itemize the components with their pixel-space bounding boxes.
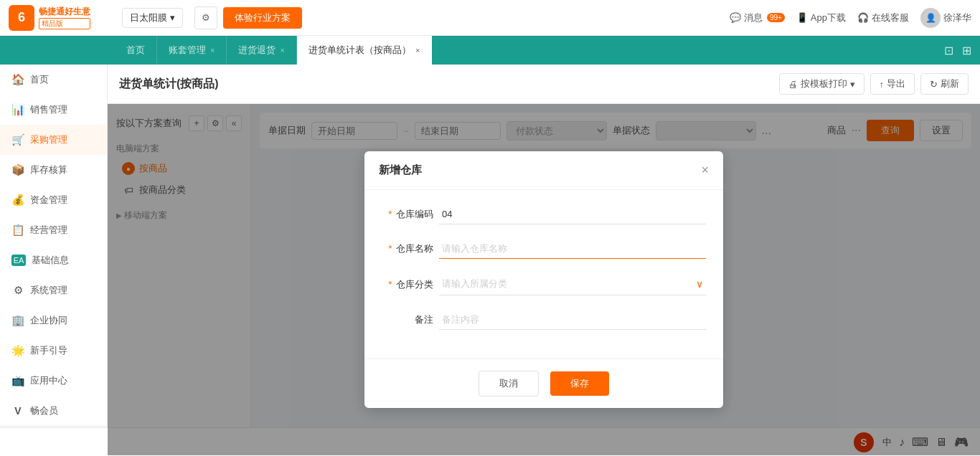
warehouse-remark-label: 备注 — [382, 313, 439, 326]
top-actions: ⚙ 体验行业方案 — [194, 6, 302, 29]
store-label: 日太阳膜 — [130, 11, 167, 24]
tab-bar: 首页 账套管理 × 进货退货 × 进货单统计表（按商品） × ⊡ ⊞ — [0, 36, 980, 65]
home-icon: 🏠 — [11, 73, 24, 86]
warehouse-name-label: * 仓库名称 — [382, 242, 439, 255]
settings-button[interactable]: ⚙ — [194, 6, 217, 29]
headset-icon: 🎧 — [857, 12, 869, 23]
warehouse-code-label: * 仓库编码 — [382, 208, 439, 221]
vip-icon: V — [11, 404, 24, 417]
print-icon: 🖨 — [788, 79, 798, 90]
dropdown-arrow-icon: ▾ — [170, 12, 175, 23]
user-item[interactable]: 👤 徐泽华 — [920, 8, 971, 28]
tab-purchase-stats[interactable]: 进货单统计表（按商品） × — [297, 36, 432, 65]
tab-controls: ⊡ ⊞ — [941, 41, 980, 60]
top-right: 💬 消息 99+ 📱 App下载 🎧 在线客服 👤 徐泽华 — [730, 8, 971, 28]
page-title: 进货单统计(按商品) — [119, 77, 219, 92]
home-tab-label: 首页 — [126, 44, 145, 57]
sales-icon: 📊 — [11, 103, 24, 116]
tab-purchase-return-label: 进货退货 — [238, 44, 275, 57]
tab-purchase-stats-close[interactable]: × — [415, 46, 420, 54]
app-download-item[interactable]: 📱 App下载 — [796, 11, 846, 24]
message-badge: 99+ — [767, 13, 785, 22]
warehouse-remark-input[interactable] — [439, 310, 706, 330]
warehouse-category-label: * 仓库分类 — [382, 278, 439, 291]
logo-area: 6 畅捷通好生意 精品版 — [9, 5, 116, 31]
sidebar-item-finance[interactable]: 💰 资金管理 — [0, 185, 107, 215]
tab-home[interactable]: 首页 — [115, 36, 157, 65]
page-header: 进货单统计(按商品) 🖨 按模板打印 ▾ ↑ 导出 ↻ 刷新 — [108, 65, 980, 104]
enterprise-icon: 🏢 — [11, 314, 24, 327]
modal-body: * 仓库编码 * 仓库名称 — [364, 190, 723, 358]
modal-footer: 取消 保存 — [364, 358, 723, 408]
print-button[interactable]: 🖨 按模板打印 ▾ — [779, 73, 864, 95]
layout: 🏠 首页 📊 销售管理 🛒 采购管理 📦 库存核算 💰 资金管理 📋 经营管理 … — [0, 65, 980, 456]
sidebar-item-inventory[interactable]: 📦 库存核算 — [0, 155, 107, 185]
sidebar-item-operations[interactable]: 📋 经营管理 — [0, 215, 107, 245]
refresh-icon: ↻ — [930, 79, 938, 90]
warehouse-code-row: * 仓库编码 — [382, 204, 706, 224]
message-icon: 💬 — [730, 12, 741, 23]
top-nav: 6 畅捷通好生意 精品版 日太阳膜 ▾ ⚙ 体验行业方案 💬 消息 99+ 📱 … — [0, 0, 980, 36]
content-area: 按以下方案查询 + ⚙ « 电脑端方案 — [108, 104, 980, 455]
sidebar-item-basics[interactable]: EA 基础信息 — [0, 245, 107, 275]
save-button[interactable]: 保存 — [550, 371, 609, 396]
refresh-button[interactable]: ↻ 刷新 — [920, 73, 969, 95]
modal-header: 新增仓库 × — [364, 151, 723, 190]
add-warehouse-modal: 新增仓库 × * 仓库编码 — [364, 151, 723, 408]
tab-accounts-label: 账套管理 — [169, 44, 206, 57]
warehouse-name-row: * 仓库名称 — [382, 239, 706, 259]
main-content: 进货单统计(按商品) 🖨 按模板打印 ▾ ↑ 导出 ↻ 刷新 — [108, 65, 980, 456]
warehouse-category-select[interactable]: 请输入所属分类 ∨ — [439, 273, 706, 295]
warehouse-code-input[interactable] — [439, 204, 706, 224]
finance-icon: 💰 — [11, 194, 24, 206]
tab-restore-icon[interactable]: ⊡ — [941, 41, 956, 60]
warehouse-name-input[interactable] — [439, 239, 706, 259]
sidebar-item-purchase[interactable]: 🛒 采购管理 — [0, 125, 107, 155]
tab-purchase-return[interactable]: 进货退货 × — [227, 36, 296, 65]
modal-overlay: 新增仓库 × * 仓库编码 — [108, 104, 980, 455]
tab-purchase-stats-label: 进货单统计表（按商品） — [308, 44, 411, 57]
sidebar-item-enterprise[interactable]: 🏢 企业协同 — [0, 305, 107, 336]
category-arrow-icon: ∨ — [696, 278, 703, 290]
export-icon: ↑ — [880, 79, 885, 90]
service-item[interactable]: 🎧 在线客服 — [857, 11, 909, 24]
sidebar-item-system[interactable]: ⚙ 系统管理 — [0, 275, 107, 305]
right-panel: 单据日期 ~ 付款状态 单据状态 ... 商品 ··· 查询 — [251, 104, 980, 455]
system-icon: ⚙ — [11, 284, 24, 297]
modal-title: 新增仓库 — [379, 163, 422, 177]
tab-accounts[interactable]: 账套管理 × — [157, 36, 227, 65]
sidebar-item-sales[interactable]: 📊 销售管理 — [0, 95, 107, 125]
message-item[interactable]: 💬 消息 99+ — [730, 11, 785, 24]
logo-text: 畅捷通好生意 精品版 — [39, 6, 90, 29]
trial-button[interactable]: 体验行业方案 — [223, 7, 302, 29]
export-button[interactable]: ↑ 导出 — [870, 73, 915, 95]
user-avatar: 👤 — [920, 8, 941, 28]
tab-accounts-close[interactable]: × — [210, 46, 215, 54]
inventory-icon: 📦 — [11, 163, 24, 176]
app-icon: 📺 — [11, 374, 24, 387]
sidebar-item-app[interactable]: 📺 应用中心 — [0, 366, 107, 396]
sidebar-item-guide[interactable]: 🌟 新手引导 — [0, 336, 107, 366]
sidebar-item-home[interactable]: 🏠 首页 — [0, 65, 107, 95]
tab-expand-icon[interactable]: ⊞ — [959, 41, 974, 60]
purchase-icon: 🛒 — [11, 133, 24, 146]
modal-close-button[interactable]: × — [701, 163, 709, 178]
guide-icon: 🌟 — [11, 344, 24, 357]
sidebar: 🏠 首页 📊 销售管理 🛒 采购管理 📦 库存核算 💰 资金管理 📋 经营管理 … — [0, 65, 108, 456]
tab-purchase-return-close[interactable]: × — [280, 46, 284, 54]
gear-icon: ⚙ — [202, 12, 210, 23]
operations-icon: 📋 — [11, 224, 24, 237]
phone-icon: 📱 — [796, 12, 808, 23]
store-selector[interactable]: 日太阳膜 ▾ — [122, 8, 183, 28]
print-dropdown-icon: ▾ — [850, 79, 855, 90]
sidebar-item-vip[interactable]: V 畅会员 — [0, 396, 107, 426]
header-actions: 🖨 按模板打印 ▾ ↑ 导出 ↻ 刷新 — [779, 73, 969, 95]
warehouse-category-row: * 仓库分类 请输入所属分类 ∨ — [382, 273, 706, 295]
cancel-button[interactable]: 取消 — [479, 371, 539, 396]
warehouse-remark-row: 备注 — [382, 310, 706, 330]
logo-icon: 6 — [9, 5, 34, 31]
basics-icon: EA — [11, 255, 26, 266]
